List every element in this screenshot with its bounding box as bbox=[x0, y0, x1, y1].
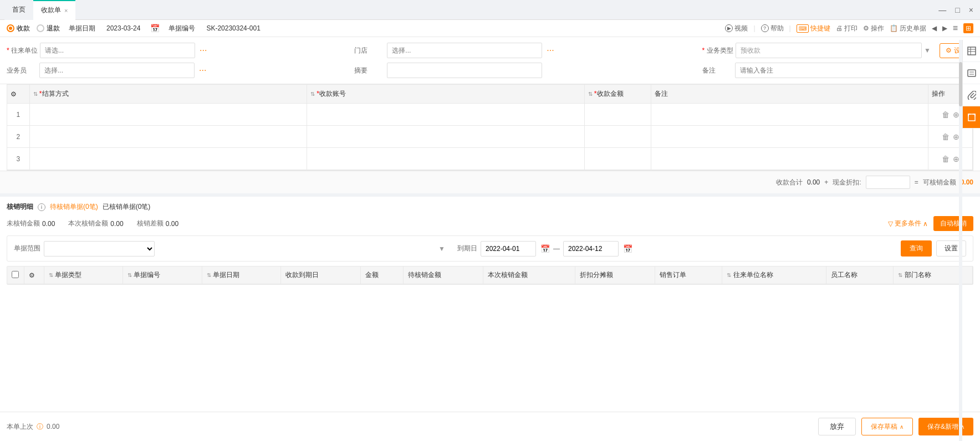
row-2-settlement-input[interactable] bbox=[30, 126, 307, 147]
video-link[interactable]: ▶ 视频 bbox=[725, 24, 748, 33]
tab-bar: 首页 收款单 × — □ × bbox=[0, 0, 980, 20]
tab-active-label: 收款单 bbox=[41, 6, 61, 15]
copy-icon-1[interactable]: ⊕ bbox=[953, 110, 959, 119]
save-draft-button[interactable]: 保存草稿 ∧ bbox=[861, 418, 913, 435]
delete-icon-3[interactable]: 🗑 bbox=[942, 155, 950, 163]
biz-type-label: * 业务类型 bbox=[702, 46, 733, 55]
row-2-account-input[interactable] bbox=[307, 126, 584, 147]
info-icon-footer[interactable]: ⓘ bbox=[37, 422, 43, 432]
help-link[interactable]: ? 帮助 bbox=[761, 24, 784, 33]
close-btn[interactable]: × bbox=[967, 6, 976, 14]
row-1-settlement[interactable] bbox=[29, 104, 307, 126]
discard-button[interactable]: 放弃 bbox=[818, 418, 856, 435]
row-2-amount[interactable] bbox=[584, 126, 651, 148]
copy-icon-2[interactable]: ⊕ bbox=[953, 132, 959, 141]
radio-receive[interactable]: 收款 bbox=[7, 24, 30, 33]
pending-tab[interactable]: 待核销单据(0笔) bbox=[50, 202, 98, 212]
col-due-date: 收款到期日 bbox=[281, 266, 361, 284]
auto-settle-btn[interactable]: 自动核销 bbox=[933, 216, 973, 231]
row-num-1: 1 bbox=[7, 104, 29, 126]
delete-icon-1[interactable]: 🗑 bbox=[942, 110, 950, 119]
maximize-btn[interactable]: □ bbox=[953, 6, 962, 14]
radio-refund[interactable]: 退款 bbox=[37, 24, 60, 33]
counterpart-more-icon[interactable]: ··· bbox=[200, 45, 207, 55]
grid-icon[interactable]: ⊞ bbox=[963, 23, 973, 33]
print-link[interactable]: 🖨 打印 bbox=[836, 24, 858, 33]
row-2-settlement[interactable] bbox=[29, 126, 307, 148]
row-3-account-input[interactable] bbox=[307, 148, 584, 170]
col-amount: ⇅ *收款金额 bbox=[584, 85, 651, 104]
summary-input[interactable] bbox=[387, 63, 542, 78]
due-to-input[interactable] bbox=[563, 241, 619, 257]
row-3-amount[interactable] bbox=[584, 148, 651, 170]
row-2-account[interactable] bbox=[307, 126, 585, 148]
row-1-remark-input[interactable] bbox=[651, 104, 928, 125]
next-nav-icon[interactable]: ▶ bbox=[942, 24, 947, 32]
col-gear[interactable]: ⚙ bbox=[7, 85, 29, 104]
col-gear-bottom[interactable]: ⚙ bbox=[24, 266, 44, 284]
sidebar-list-icon[interactable] bbox=[963, 62, 981, 84]
row-3-remark[interactable] bbox=[651, 148, 928, 170]
scrollbar-thumb[interactable] bbox=[959, 62, 962, 106]
discount-input[interactable] bbox=[866, 176, 910, 189]
salesperson-field: 业务员 ··· bbox=[7, 63, 332, 78]
row-3-amount-input[interactable] bbox=[585, 148, 651, 170]
row-1-settlement-input[interactable] bbox=[30, 104, 307, 125]
row-1-remark[interactable] bbox=[651, 104, 928, 126]
calendar-icon[interactable]: 📅 bbox=[150, 24, 160, 33]
footer-left: 本单上次 ⓘ 0.00 bbox=[7, 422, 59, 432]
remark-input[interactable] bbox=[735, 63, 973, 78]
shortcut-btn[interactable]: ⌨ 快捷键 bbox=[797, 24, 830, 33]
select-all-checkbox[interactable] bbox=[12, 271, 19, 278]
done-tab[interactable]: 已核销单据(0笔) bbox=[103, 202, 151, 212]
action-cell-2: 🗑 ⊕ bbox=[928, 132, 972, 141]
salesperson-more-icon[interactable]: ··· bbox=[199, 65, 206, 75]
row-2-amount-input[interactable] bbox=[585, 126, 651, 147]
prev-nav-icon[interactable]: ◀ bbox=[932, 24, 937, 32]
tab-active[interactable]: 收款单 × bbox=[33, 0, 75, 20]
store-more-icon[interactable]: ··· bbox=[547, 45, 554, 55]
copy-icon-3[interactable]: ⊕ bbox=[953, 155, 959, 163]
range-select[interactable] bbox=[44, 241, 155, 257]
svg-rect-7 bbox=[968, 114, 975, 121]
row-2-remark[interactable] bbox=[651, 126, 928, 148]
gear-col-icon[interactable]: ⚙ bbox=[11, 90, 17, 98]
history-link[interactable]: 📋 历史单据 bbox=[890, 24, 926, 33]
row-1-amount[interactable] bbox=[584, 104, 651, 126]
date-field: 单据日期 2023-03-24 📅 bbox=[69, 24, 160, 33]
col-checkbox[interactable] bbox=[7, 266, 24, 284]
row-1-account-input[interactable] bbox=[307, 104, 584, 125]
save-new-button[interactable]: 保存&新增 ∧ bbox=[918, 418, 973, 435]
sidebar-attach-icon[interactable] bbox=[963, 84, 981, 106]
more-conditions-btn[interactable]: ▽ 更多条件 ∧ bbox=[888, 219, 928, 228]
info-circle-icon[interactable]: i bbox=[38, 203, 45, 211]
cal-from-icon[interactable]: 📅 bbox=[540, 244, 550, 253]
due-date-field: 到期日 📅 — 📅 bbox=[457, 241, 892, 257]
row-1-amount-input[interactable] bbox=[585, 104, 651, 125]
sidebar-expand-icon[interactable] bbox=[963, 106, 981, 129]
row-3-settlement[interactable] bbox=[29, 148, 307, 170]
row-3-remark-input[interactable] bbox=[651, 148, 928, 170]
bottom-table-wrap: ⚙ ⇅ 单据类型 ⇅ 单据编号 ⇅ 单据日期 收款到期日 金额 待核销金额 本次… bbox=[7, 266, 973, 285]
search-filter: 单据范围 ▼ 到期日 📅 — 📅 查询 设置 bbox=[7, 235, 973, 261]
row-1-account[interactable] bbox=[307, 104, 585, 126]
row-2-remark-input[interactable] bbox=[651, 126, 928, 147]
salesperson-input[interactable] bbox=[39, 63, 195, 78]
cal-to-icon[interactable]: 📅 bbox=[623, 244, 632, 253]
three-line-icon[interactable]: ≡ bbox=[953, 23, 958, 33]
row-3-settlement-input[interactable] bbox=[30, 148, 307, 170]
tab-home[interactable]: 首页 bbox=[4, 0, 33, 20]
due-from-input[interactable] bbox=[481, 241, 536, 257]
action-link[interactable]: ⚙ 操作 bbox=[863, 24, 884, 33]
minimize-btn[interactable]: — bbox=[936, 6, 948, 14]
main-content: 收款 退款 单据日期 2023-03-24 📅 单据编号 SK-20230324… bbox=[0, 20, 980, 441]
scrollbar[interactable] bbox=[959, 40, 962, 441]
tab-close-icon[interactable]: × bbox=[64, 7, 68, 14]
query-btn[interactable]: 查询 bbox=[901, 240, 932, 257]
counterpart-input[interactable] bbox=[40, 43, 195, 58]
sidebar-table-icon[interactable] bbox=[963, 40, 981, 62]
store-input[interactable] bbox=[387, 43, 542, 58]
delete-icon-2[interactable]: 🗑 bbox=[942, 132, 950, 141]
row-3-account[interactable] bbox=[307, 148, 585, 170]
biz-type-input[interactable] bbox=[736, 43, 922, 58]
